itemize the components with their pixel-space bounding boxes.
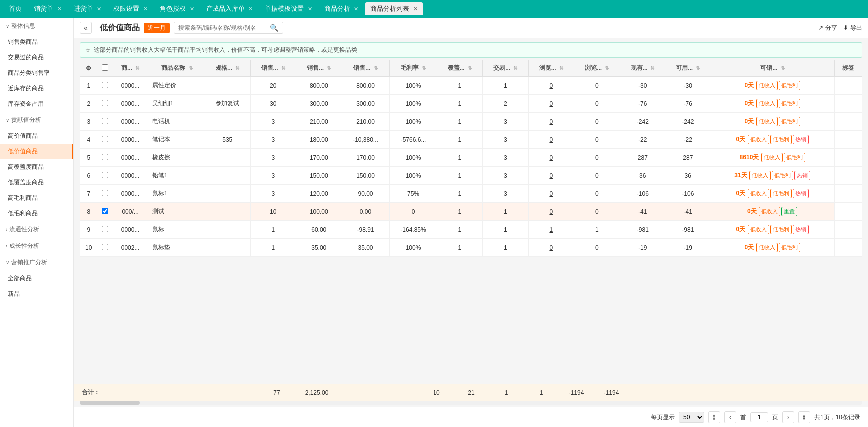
th-spec[interactable]: 规格... ⇅: [205, 60, 251, 77]
th-sales2[interactable]: 销售... ⇅: [296, 60, 342, 77]
nav-perm-close[interactable]: ✕: [143, 6, 148, 12]
row-checkbox[interactable]: [102, 100, 108, 106]
row-col7[interactable]: 0: [528, 167, 574, 185]
per-page-select[interactable]: 50 100 200: [679, 412, 704, 423]
select-all-checkbox[interactable]: [102, 64, 108, 71]
search-input[interactable]: [178, 24, 268, 31]
sidebar-item-low-value[interactable]: 低价值商品: [0, 144, 73, 159]
nav-purchase[interactable]: 进货单 ✕: [69, 2, 107, 15]
row-checkbox[interactable]: [102, 172, 108, 178]
row-checkbox-cell[interactable]: [98, 203, 112, 221]
row-col7[interactable]: 1: [528, 221, 574, 239]
th-available[interactable]: 可用... ⇅: [665, 60, 711, 77]
last-page-btn[interactable]: ⟫: [798, 411, 810, 423]
th-sales1[interactable]: 销售... ⇅: [250, 60, 296, 77]
sidebar-item-low-coverage[interactable]: 低覆盖度商品: [0, 175, 73, 190]
row-col7[interactable]: 0: [528, 149, 574, 167]
th-profit-rate[interactable]: 毛利率 ⇅: [389, 60, 437, 77]
row-checkbox-cell[interactable]: [98, 239, 112, 257]
th-name[interactable]: 商品名称 ⇅: [149, 60, 205, 77]
nav-role[interactable]: 角色授权 ✕: [155, 2, 199, 15]
nav-sales-close[interactable]: ✕: [57, 6, 62, 12]
first-page-btn[interactable]: ⟪: [708, 411, 720, 423]
row-checkbox[interactable]: [102, 118, 108, 124]
sidebar-item-near-stock[interactable]: 近库存的商品: [0, 81, 73, 96]
sidebar-item-high-coverage[interactable]: 高覆盖度商品: [0, 159, 73, 175]
row-code: 0000...: [112, 149, 149, 167]
prev-page-btn[interactable]: ‹: [724, 411, 736, 423]
share-btn[interactable]: ↗ 分享: [818, 24, 837, 32]
row-checkbox-cell[interactable]: [98, 77, 112, 95]
th-gear[interactable]: ⚙: [80, 60, 98, 77]
row-col7[interactable]: 0: [528, 131, 574, 149]
scrollbar-thumb[interactable]: [80, 401, 140, 405]
export-btn[interactable]: ⬇ 导出: [843, 24, 862, 32]
th-saleable[interactable]: 可销... ⇅: [711, 60, 834, 77]
row-col7[interactable]: 0: [528, 239, 574, 257]
nav-analysis-list[interactable]: 商品分析列表 ✕: [365, 2, 423, 15]
th-checkbox[interactable]: [98, 60, 112, 77]
nav-purchase-close[interactable]: ✕: [97, 6, 101, 12]
th-coverage[interactable]: 覆盖... ⇅: [437, 60, 483, 77]
row-checkbox-cell[interactable]: [98, 221, 112, 239]
next-page-btn[interactable]: ›: [782, 411, 794, 423]
sidebar-group-growth[interactable]: › 成长性分析: [0, 238, 73, 254]
sidebar-item-low-profit[interactable]: 低毛利商品: [0, 206, 73, 221]
sidebar-item-stock-fund[interactable]: 库存资金占用: [0, 96, 73, 112]
sidebar-item-high-value[interactable]: 高价值商品: [0, 128, 73, 144]
row-checkbox[interactable]: [102, 226, 108, 232]
nav-sales[interactable]: 销货单 ✕: [29, 2, 67, 15]
th-trade[interactable]: 交易... ⇅: [483, 60, 529, 77]
sidebar-group-contribution[interactable]: ∨ 贡献值分析: [0, 112, 73, 128]
nav-product-close[interactable]: ✕: [248, 6, 253, 12]
row-col7[interactable]: 0: [528, 77, 574, 95]
row-col7[interactable]: 0: [528, 203, 574, 221]
row-checkbox-cell[interactable]: [98, 149, 112, 167]
collapse-sidebar-btn[interactable]: «: [80, 22, 92, 34]
nav-analysis-close[interactable]: ✕: [354, 6, 358, 12]
th-sales3[interactable]: 销售... ⇅: [342, 60, 389, 77]
row-col7[interactable]: 0: [528, 185, 574, 203]
nav-perm[interactable]: 权限设置 ✕: [108, 2, 153, 15]
nav-product[interactable]: 产成品入库单 ✕: [201, 2, 258, 15]
page-number-input[interactable]: [750, 412, 768, 422]
row-checkbox[interactable]: [102, 82, 108, 88]
row-col2: 180.00: [296, 131, 342, 149]
row-checkbox-cell[interactable]: [98, 185, 112, 203]
row-checkbox-cell[interactable]: [98, 131, 112, 149]
row-checkbox[interactable]: [102, 154, 108, 160]
nav-template-close[interactable]: ✕: [308, 6, 312, 12]
sidebar-group-marketing[interactable]: ∨ 营销推广分析: [0, 254, 73, 271]
sidebar-item-category-rate[interactable]: 商品分类销售率: [0, 65, 73, 81]
row-checkbox-cell[interactable]: [98, 113, 112, 131]
sidebar-item-new-goods[interactable]: 新品: [0, 286, 73, 302]
sidebar-item-sales-goods[interactable]: 销售类商品: [0, 34, 73, 50]
sidebar-item-all-goods[interactable]: 全部商品: [0, 271, 73, 286]
row-col1: 3: [250, 149, 296, 167]
th-current[interactable]: 现有... ⇅: [620, 60, 665, 77]
search-icon[interactable]: 🔍: [270, 24, 278, 32]
horizontal-scrollbar[interactable]: [80, 401, 862, 405]
filter-recent-btn[interactable]: 近一月: [144, 23, 170, 33]
row-checkbox[interactable]: [102, 208, 108, 214]
row-col7[interactable]: 0: [528, 95, 574, 113]
nav-template[interactable]: 单据模板设置 ✕: [260, 2, 317, 15]
sidebar-item-traded-goods[interactable]: 交易过的商品: [0, 50, 73, 65]
sidebar-item-high-profit[interactable]: 高毛利商品: [0, 190, 73, 206]
row-checkbox[interactable]: [102, 136, 108, 142]
row-checkbox-cell[interactable]: [98, 95, 112, 113]
row-checkbox-cell[interactable]: [98, 167, 112, 185]
nav-analysis-list-close[interactable]: ✕: [413, 6, 418, 12]
sidebar-group-overall[interactable]: ∨ 整体信息: [0, 18, 73, 34]
row-checkbox[interactable]: [102, 244, 108, 250]
nav-home[interactable]: 首页: [4, 2, 27, 15]
nav-role-close[interactable]: ✕: [190, 6, 194, 12]
sidebar-group-growth-label: 成长性分析: [9, 242, 39, 250]
nav-analysis[interactable]: 商品分析 ✕: [319, 2, 364, 15]
row-checkbox[interactable]: [102, 190, 108, 196]
th-browse1[interactable]: 浏览... ⇅: [528, 60, 574, 77]
th-code[interactable]: 商... ⇅: [112, 60, 149, 77]
row-col7[interactable]: 0: [528, 113, 574, 131]
sidebar-group-circulation[interactable]: › 流通性分析: [0, 221, 73, 238]
th-browse2[interactable]: 浏览... ⇅: [574, 60, 620, 77]
